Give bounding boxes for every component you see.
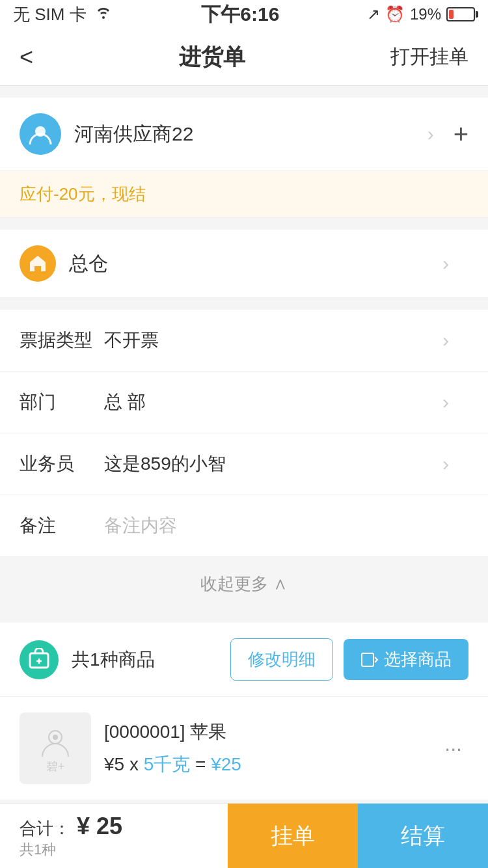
checkout-button[interactable]: 结算 — [358, 804, 488, 869]
sales-value: 这是859的小智 — [104, 452, 442, 476]
total-label: 合计： ¥ 25 — [20, 813, 208, 840]
hang-order-button[interactable]: 挂单 — [228, 804, 358, 869]
invoice-row[interactable]: 票据类型 不开票 › — [0, 310, 488, 372]
divider-2 — [0, 298, 488, 310]
wifi-icon — [93, 5, 114, 25]
product-info: [0000001] 苹果 ¥5 x 5千克 = ¥25 — [104, 720, 438, 777]
invoice-chevron-icon: › — [442, 329, 449, 351]
product-name: [0000001] 苹果 — [104, 720, 438, 744]
page-title: 进货单 — [179, 42, 245, 72]
sales-label: 业务员 — [20, 452, 104, 476]
warehouse-name: 总仓 — [69, 251, 442, 277]
nav-bar: < 进货单 打开挂单 — [0, 29, 488, 86]
alarm-icon: ⏰ — [385, 5, 405, 23]
add-button[interactable]: + — [454, 120, 468, 149]
total-count: 共1种 — [20, 840, 208, 860]
select-product-button[interactable]: 选择商品 — [344, 639, 468, 680]
product-count-label: 共1种商品 — [72, 647, 230, 672]
supplier-avatar — [20, 113, 61, 155]
product-item: 碧+ [0000001] 苹果 ¥5 x 5千克 = ¥25 ··· — [0, 697, 488, 800]
department-value: 总 部 — [104, 390, 442, 414]
product-section-icon — [20, 640, 59, 679]
select-product-label: 选择商品 — [384, 648, 452, 671]
edit-detail-button[interactable]: 修改明细 — [230, 638, 333, 681]
notice-text: 应付-20元，现结 — [20, 184, 146, 204]
product-card: 共1种商品 修改明细 选择商品 碧+ [0000001] 苹果 — [0, 623, 488, 800]
department-label: 部门 — [20, 390, 104, 414]
department-chevron-icon: › — [442, 391, 449, 413]
status-left: 无 SIM 卡 — [13, 3, 114, 26]
chevron-right-icon: › — [427, 123, 434, 145]
department-row[interactable]: 部门 总 部 › — [0, 372, 488, 433]
remark-input[interactable]: 备注内容 — [104, 513, 468, 538]
supplier-card: 河南供应商22 › + 应付-20元，现结 — [0, 98, 488, 218]
total-prefix: 合计： — [20, 817, 70, 840]
product-total: ¥25 — [211, 754, 241, 774]
open-hang-button[interactable]: 打开挂单 — [390, 44, 468, 70]
battery-icon — [446, 7, 475, 21]
form-card: 票据类型 不开票 › 部门 总 部 › 业务员 这是859的小智 › 备注 备注… — [0, 310, 488, 557]
total-section: 合计： ¥ 25 共1种 — [0, 813, 228, 860]
invoice-label: 票据类型 — [20, 328, 104, 353]
divider-3 — [0, 611, 488, 623]
sales-chevron-icon: › — [442, 453, 449, 475]
price-eq: = — [190, 754, 211, 774]
status-bar: 无 SIM 卡 下午6:16 ↗ ⏰ 19% — [0, 0, 488, 29]
back-button[interactable]: < — [20, 44, 33, 71]
notice-banner: 应付-20元，现结 — [0, 171, 488, 218]
product-thumbnail: 碧+ — [20, 712, 91, 784]
product-section-header: 共1种商品 修改明细 选择商品 — [0, 623, 488, 697]
status-right: ↗ ⏰ 19% — [367, 5, 475, 23]
svg-rect-1 — [34, 266, 41, 271]
supplier-name: 河南供应商22 — [74, 121, 427, 148]
divider-top — [0, 86, 488, 98]
supplier-row[interactable]: 河南供应商22 › + — [0, 98, 488, 171]
unit-price: ¥5 x — [104, 754, 144, 774]
warehouse-icon — [20, 245, 56, 282]
remark-row[interactable]: 备注 备注内容 — [0, 495, 488, 557]
product-price: ¥5 x 5千克 = ¥25 — [104, 752, 438, 777]
location-icon: ↗ — [367, 5, 380, 23]
time-label: 下午6:16 — [201, 1, 279, 28]
carrier-label: 无 SIM 卡 — [13, 3, 87, 26]
product-title: 苹果 — [190, 722, 226, 742]
battery-percent: 19% — [410, 5, 441, 23]
product-code: [0000001] — [104, 722, 190, 742]
total-amount: ¥ 25 — [77, 813, 122, 840]
bottom-bar: 合计： ¥ 25 共1种 挂单 结算 — [0, 803, 488, 868]
product-qty: 5千克 — [144, 754, 191, 774]
remark-label: 备注 — [20, 513, 104, 538]
svg-rect-3 — [362, 653, 373, 666]
product-more-button[interactable]: ··· — [438, 730, 468, 767]
collapse-more-button[interactable]: 收起更多 ∧ — [0, 557, 488, 611]
invoice-value: 不开票 — [104, 328, 442, 353]
svg-point-5 — [53, 735, 58, 740]
warehouse-row[interactable]: 总仓 › — [0, 230, 488, 298]
warehouse-chevron-icon: › — [442, 252, 449, 275]
sales-row[interactable]: 业务员 这是859的小智 › — [0, 433, 488, 495]
divider-1 — [0, 218, 488, 230]
